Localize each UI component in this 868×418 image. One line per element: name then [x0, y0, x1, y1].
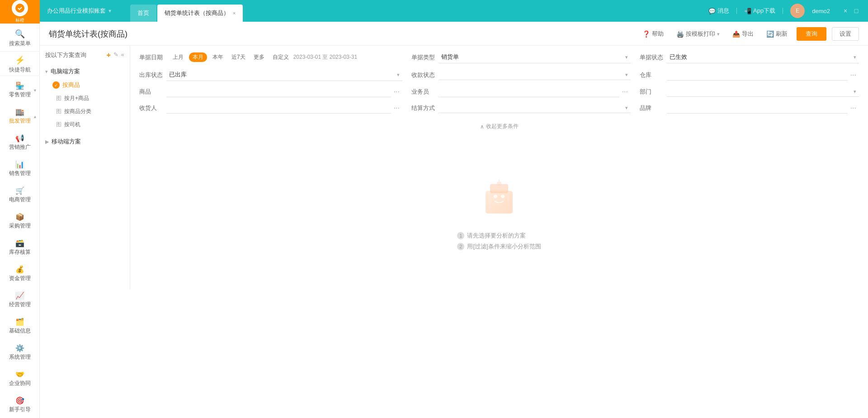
basic-icon: 🗂️	[15, 318, 24, 326]
tabs-area: 首页 销货单统计表（按商品） ×	[130, 0, 701, 22]
filter-product: 商品 ···	[139, 86, 402, 97]
refresh-icon: 🔄	[766, 30, 774, 38]
sidebar-item-retail[interactable]: 🏪 零售管理 ▾	[0, 77, 40, 103]
doc-type-select[interactable]: 销货单 ▾	[439, 51, 631, 63]
tab-report[interactable]: 销货单统计表（按商品） ×	[157, 5, 243, 22]
settings-btn[interactable]: 设置	[832, 27, 859, 41]
filter-sidebar-header: 按以下方案查询 + ✎ «	[40, 51, 130, 63]
filter-group-pc-title[interactable]: ▾ 电脑端方案	[40, 65, 130, 78]
date-7days[interactable]: 近7天	[229, 52, 248, 62]
date-last-month[interactable]: 上月	[170, 52, 186, 62]
sidebar-item-wholesale[interactable]: 🏬 批发管理 ▴	[0, 103, 40, 129]
filter-row-3: 商品 ··· 业务员 ··· 部门	[139, 86, 859, 97]
filter-group-mobile-title[interactable]: ▶ 移动端方案	[40, 135, 130, 148]
empty-tip-1: 请先选择要分析的方案	[457, 232, 541, 240]
date-custom[interactable]: 自定义	[270, 52, 292, 62]
product-more-btn[interactable]: ···	[391, 88, 402, 96]
receiver-input[interactable]	[166, 103, 391, 114]
salesperson-more-btn[interactable]: ···	[619, 88, 631, 96]
brand-more-btn[interactable]: ···	[848, 104, 859, 112]
out-status-select[interactable]: 已出库 ▾	[166, 69, 402, 81]
sidebar-item-ecommerce[interactable]: 🛒 电商管理	[0, 182, 40, 208]
date-more[interactable]: 更多	[251, 52, 267, 62]
maximize-window-btn[interactable]: □	[852, 6, 861, 15]
sidebar-item-guide[interactable]: 🎯 新手引导	[0, 392, 40, 418]
guide-icon: 🎯	[15, 396, 24, 405]
empty-state: 请先选择要分析的方案 用[过滤]条件来缩小分析范围	[130, 132, 868, 290]
export-btn[interactable]: 📤 导出	[729, 28, 757, 40]
doc-status-select[interactable]: 已生效 ▾	[667, 51, 859, 63]
close-window-btn[interactable]: ×	[841, 6, 850, 15]
date-this-year[interactable]: 本年	[210, 52, 226, 62]
sidebar-actions: + ✎ «	[106, 51, 124, 59]
svg-point-0	[15, 4, 24, 13]
out-status-value: 已出库	[169, 71, 187, 79]
product-input[interactable]	[166, 86, 391, 97]
query-btn[interactable]: 查询	[797, 27, 826, 41]
sidebar-quick-nav[interactable]: ⚡ 快捷导航	[0, 52, 40, 76]
industry-selector[interactable]: 办公用品行业模拟账套 ▾	[40, 0, 130, 22]
edit-scheme-btn[interactable]: ✎	[113, 51, 118, 59]
payment-method-select[interactable]: ▾	[439, 103, 631, 113]
chevron-up-icon: ∧	[480, 124, 484, 130]
sidebar-item-marketing[interactable]: 📢 营销推广	[0, 129, 40, 156]
header-right: 💬 消息 📲 App下载 E demo2 × □	[701, 0, 868, 22]
chevron-down-icon: ▾	[45, 69, 48, 75]
scheme-icon-2: 图	[56, 108, 61, 115]
user-name[interactable]: demo2	[812, 8, 830, 14]
salesperson-input[interactable]	[439, 86, 619, 97]
filter-payment-status: 收款状态 ▾	[411, 70, 631, 80]
filter-doc-type: 单据类型 销货单 ▾	[411, 51, 631, 63]
sidebar-item-inventory[interactable]: 🗃️ 库存核算	[0, 234, 40, 261]
collapse-filters-btn[interactable]: ∧ 收起更多条件	[139, 119, 859, 132]
scheme-by-product[interactable]: ✓ 按商品	[40, 78, 130, 92]
filter-receiver: 收货人 ···	[139, 103, 402, 114]
sidebar-item-purchase[interactable]: 📦 采购管理	[0, 208, 40, 234]
print-btn[interactable]: 🖨️ 按模板打印 ▾	[673, 28, 723, 40]
app-download-btn[interactable]: 📲 App下载	[744, 7, 775, 15]
sidebar-search[interactable]: 🔍 搜索菜单	[0, 24, 40, 52]
sidebar-item-system[interactable]: ⚙️ 系统管理	[0, 339, 40, 366]
marketing-icon: 📢	[15, 134, 24, 142]
payment-method-label: 结算方式	[411, 104, 439, 112]
warehouse-input[interactable]	[667, 70, 848, 81]
main-area: 办公用品行业模拟账套 ▾ 首页 销货单统计表（按商品） × 💬 消息 📲 App…	[40, 0, 868, 418]
wholesale-icon: 🏬	[15, 108, 24, 116]
refresh-btn[interactable]: 🔄 刷新	[763, 28, 791, 40]
collapse-sidebar-btn[interactable]: «	[121, 51, 124, 59]
scheme-by-printer[interactable]: 图 按司机	[40, 118, 130, 131]
date-this-month[interactable]: 本月	[189, 52, 207, 62]
sidebar-item-sales[interactable]: 📊 销售管理	[0, 156, 40, 182]
filter-sidebar: 按以下方案查询 + ✎ « ▾ 电脑端方案 ✓ 按商品	[40, 46, 130, 290]
sidebar-logo[interactable]: 标橙	[0, 0, 40, 24]
sidebar-item-basic[interactable]: 🗂️ 基础信息	[0, 313, 40, 339]
filter-warehouse: 仓库 ···	[640, 70, 859, 81]
payment-status-select[interactable]: ▾	[439, 70, 631, 80]
divider	[736, 8, 737, 14]
filter-row-2: 出库状态 已出库 ▾ 收款状态 ▾	[139, 69, 859, 81]
export-icon: 📤	[732, 30, 740, 38]
receiver-more-btn[interactable]: ···	[391, 104, 402, 112]
scheme-by-month-product[interactable]: 图 按月+商品	[40, 92, 130, 105]
department-label: 部门	[640, 88, 667, 96]
tab-close-icon[interactable]: ×	[233, 10, 236, 16]
date-range-display: 2023-03-01 至 2023-03-31	[293, 53, 357, 61]
user-avatar[interactable]: E	[790, 4, 805, 18]
retail-icon: 🏪	[15, 81, 24, 90]
tab-home[interactable]: 首页	[130, 5, 156, 22]
payment-method-dropdown-icon: ▾	[625, 105, 628, 111]
purchase-icon: 📦	[15, 213, 24, 221]
sales-icon: 📊	[15, 160, 24, 169]
message-btn[interactable]: 💬 消息	[708, 7, 729, 15]
warehouse-more-btn[interactable]: ···	[848, 71, 859, 79]
finance-icon: 💰	[15, 265, 24, 274]
department-select[interactable]: ▾	[667, 87, 859, 97]
scheme-by-category[interactable]: 图 按商品分类	[40, 105, 130, 118]
brand-input[interactable]	[667, 103, 848, 114]
sidebar-item-finance[interactable]: 💰 资金管理	[0, 261, 40, 287]
sidebar-item-enterprise[interactable]: 🤝 企业协同	[0, 366, 40, 392]
add-scheme-btn[interactable]: +	[106, 51, 110, 59]
sidebar-item-operations[interactable]: 📈 经营管理	[0, 287, 40, 313]
help-btn[interactable]: ❓ 帮助	[639, 28, 667, 40]
payment-status-label: 收款状态	[411, 71, 439, 79]
